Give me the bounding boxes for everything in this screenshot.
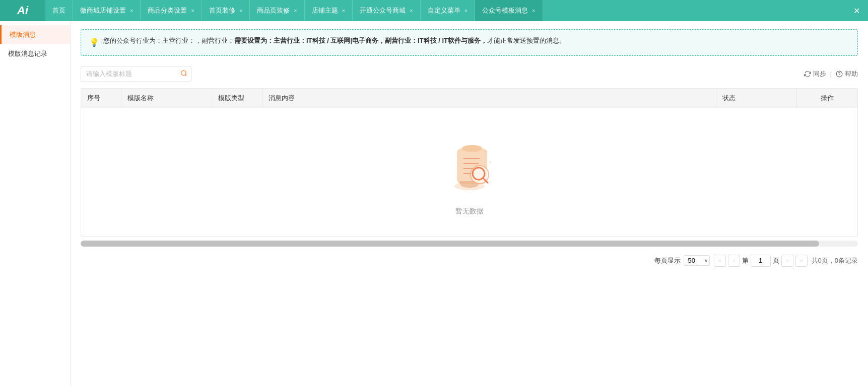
scrollbar-thumb	[81, 241, 819, 247]
nav-tab-shop-theme[interactable]: 店铺主题 ×	[305, 0, 353, 21]
nav-tab-home-label: 首页	[52, 6, 65, 15]
nav-tab-homepage-decor-close[interactable]: ×	[239, 8, 242, 14]
nav-tab-open-wechat-shop[interactable]: 开通公众号商城 ×	[353, 0, 420, 21]
svg-line-1	[185, 74, 187, 76]
next-page-button[interactable]	[781, 255, 793, 267]
empty-state: ✦ ✦ 暂无数据	[81, 108, 857, 236]
help-icon	[836, 70, 843, 78]
page-size-select[interactable]: 10 20 50 100	[684, 255, 710, 266]
nav-tab-homepage-decor[interactable]: 首页装修 ×	[202, 0, 250, 21]
notice-icon: 💡	[89, 36, 99, 49]
app-logo: Ai	[0, 0, 45, 21]
search-left	[81, 66, 191, 82]
last-page-button[interactable]	[795, 255, 808, 267]
nav-tab-open-wechat-shop-close[interactable]: ×	[410, 8, 413, 14]
main-layout: 模版消息 模版消息记录 💡 您的公众号行业为：主营行业：，副营行业：需要设置为：…	[0, 21, 868, 386]
nav-tab-open-wechat-shop-label: 开通公众号商城	[360, 6, 406, 15]
empty-text: 暂无数据	[455, 207, 484, 216]
sync-button[interactable]: 同步	[804, 69, 826, 79]
nav-tab-homepage-decor-label: 首页装修	[209, 6, 235, 15]
nav-tab-template-msg-close[interactable]: ×	[532, 8, 535, 14]
nav-tab-custom-menu-close[interactable]: ×	[464, 8, 468, 14]
page-label-post: 页	[773, 256, 779, 265]
svg-point-5	[462, 145, 482, 152]
nav-tab-weishop-settings[interactable]: 微商城店铺设置 ×	[73, 0, 141, 21]
table-header-type: 模版类型	[212, 89, 262, 108]
page-size-select-wrap: 10 20 50 100 ∨	[684, 255, 710, 266]
nav-tab-template-msg[interactable]: 公众号模板消息 ×	[475, 0, 543, 21]
svg-point-0	[181, 70, 186, 75]
notice-text: 您的公众号行业为：主营行业：，副营行业：需要设置为：主营行业：IT科技 / 互联…	[103, 36, 566, 46]
table-header-action: 操作	[797, 89, 857, 108]
nav-tab-template-msg-label: 公众号模板消息	[482, 6, 528, 15]
prev-page-button[interactable]	[728, 255, 740, 267]
data-table: 序号 模版名称 模版类型 消息内容 状态 操作	[81, 88, 858, 237]
table-header-content: 消息内容	[262, 89, 716, 108]
divider: |	[830, 70, 832, 78]
nav-tab-category-settings-label: 商品分类设置	[148, 6, 187, 15]
horizontal-scrollbar[interactable]	[81, 241, 858, 247]
sidebar-item-template-msg[interactable]: 模版消息	[0, 25, 70, 44]
svg-text:✦: ✦	[484, 149, 488, 155]
table-header-name: 模版名称	[121, 89, 212, 108]
sidebar-item-template-msg-label: 模版消息	[10, 31, 36, 38]
search-button[interactable]	[180, 69, 187, 78]
nav-tab-product-decor-label: 商品页装修	[257, 6, 290, 15]
search-bar: 同步 | 帮助	[81, 66, 858, 82]
table-header-seq: 序号	[81, 89, 121, 108]
notice-text-suffix: 才能正常发送预置的消息。	[487, 37, 566, 44]
sync-icon	[804, 70, 811, 78]
search-input-wrap	[81, 66, 191, 82]
top-nav-bar: Ai 首页 微商城店铺设置 × 商品分类设置 × 首页装修 × 商品页装修 × …	[0, 0, 868, 21]
page-navigation: 第 页	[714, 255, 808, 267]
close-all-button[interactable]: ✕	[845, 6, 868, 16]
help-label: 帮助	[845, 69, 858, 79]
nav-tab-shop-theme-close[interactable]: ×	[342, 8, 345, 14]
svg-text:✦: ✦	[489, 160, 492, 165]
nav-tab-custom-menu[interactable]: 自定义菜单 ×	[421, 0, 475, 21]
first-page-button[interactable]	[714, 255, 726, 267]
page-label-pre: 第	[742, 256, 749, 265]
nav-tab-weishop-settings-label: 微商城店铺设置	[80, 6, 126, 15]
content-area: 💡 您的公众号行业为：主营行业：，副营行业：需要设置为：主营行业：IT科技 / …	[71, 21, 868, 386]
page-number-input[interactable]	[751, 255, 771, 267]
sync-label: 同步	[813, 69, 826, 79]
empty-illustration: ✦ ✦	[439, 138, 500, 199]
total-info: 共0页，0条记录	[812, 256, 858, 265]
page-size-wrap: 每页显示 10 20 50 100 ∨	[654, 255, 710, 266]
sidebar-item-template-msg-records-label: 模版消息记录	[8, 50, 47, 57]
nav-tab-category-settings[interactable]: 商品分类设置 ×	[141, 0, 202, 21]
nav-tab-home[interactable]: 首页	[45, 0, 73, 21]
nav-tab-custom-menu-label: 自定义菜单	[428, 6, 460, 15]
table-header-status: 状态	[716, 89, 797, 108]
help-button[interactable]: 帮助	[836, 69, 858, 79]
nav-tab-product-decor-close[interactable]: ×	[294, 8, 297, 14]
nav-tab-shop-theme-label: 店铺主题	[312, 6, 338, 15]
nav-tab-product-decor[interactable]: 商品页装修 ×	[250, 0, 304, 21]
notice-text-prefix: 您的公众号行业为：主营行业：，副营行业：	[103, 37, 234, 44]
nav-tab-weishop-settings-close[interactable]: ×	[130, 8, 133, 14]
nav-tab-category-settings-close[interactable]: ×	[191, 8, 194, 14]
sidebar-item-template-msg-records[interactable]: 模版消息记录	[0, 44, 70, 63]
page-size-label: 每页显示	[654, 256, 681, 265]
notice-box: 💡 您的公众号行业为：主营行业：，副营行业：需要设置为：主营行业：IT科技 / …	[81, 29, 858, 56]
search-right: 同步 | 帮助	[804, 69, 858, 79]
table-header: 序号 模版名称 模版类型 消息内容 状态 操作	[81, 89, 857, 108]
sidebar: 模版消息 模版消息记录	[0, 21, 71, 386]
pagination: 每页显示 10 20 50 100 ∨	[81, 251, 858, 271]
search-input[interactable]	[81, 66, 191, 82]
notice-highlight: 需要设置为：主营行业：IT科技 / 互联网|电子商务，副营行业：IT科技 / I…	[234, 37, 487, 44]
